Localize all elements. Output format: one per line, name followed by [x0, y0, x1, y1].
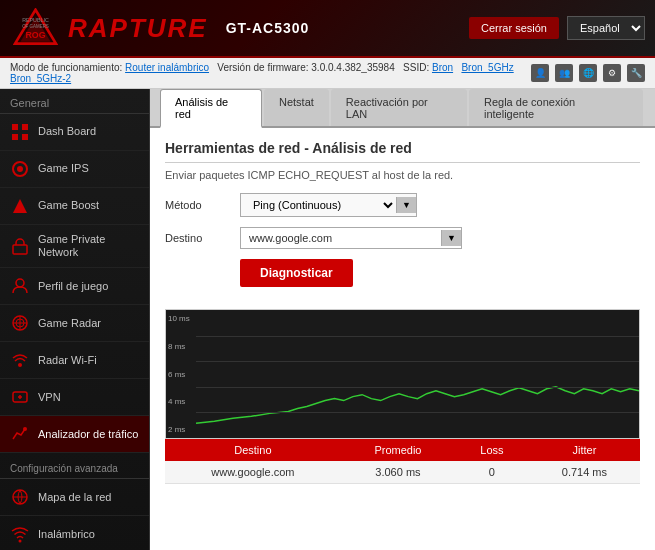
sidebar-radar-wifi-label: Radar Wi-Fi	[38, 354, 97, 367]
diagnosticar-button[interactable]: Diagnosticar	[240, 259, 353, 287]
game-ips-icon	[10, 159, 30, 179]
network-icon: 🌐	[579, 64, 597, 82]
cell-loss: 0	[455, 461, 529, 484]
status-text: Modo de funcionamiento: Router inalámbri…	[10, 62, 531, 84]
sidebar-item-vpn[interactable]: VPN	[0, 379, 149, 416]
version-label: Versión de firmware:	[217, 62, 308, 73]
vpn-icon	[10, 387, 30, 407]
sidebar-inalambrico-label: Inalámbrico	[38, 528, 95, 541]
user-icon: 👤	[531, 64, 549, 82]
gear-icon[interactable]: 🔧	[627, 64, 645, 82]
dashboard-icon	[10, 122, 30, 142]
svg-point-20	[23, 427, 27, 431]
metodo-dropdown-icon: ▼	[396, 197, 416, 213]
status-bar: Modo de funcionamiento: Router inalámbri…	[0, 58, 655, 89]
ssid3[interactable]: Bron_5GHz-2	[10, 73, 71, 84]
table-row: www.google.com 3.060 ms 0 0.714 ms	[165, 461, 640, 484]
destino-dropdown-btn[interactable]: ▼	[441, 230, 461, 246]
svg-text:ROG: ROG	[25, 30, 45, 40]
svg-point-18	[18, 363, 22, 367]
settings-icon[interactable]: ⚙	[603, 64, 621, 82]
ssid1[interactable]: Bron	[432, 62, 453, 73]
sidebar-item-analizador-trafico[interactable]: Analizador de tráfico	[0, 416, 149, 453]
y-label-8ms: 8 ms	[168, 342, 190, 351]
main-layout: General Dash Board Game IPS	[0, 89, 655, 550]
header-right: Cerrar sesión Español English	[469, 16, 645, 40]
rog-logo: ROG REPUBLIC OF GAMERS	[10, 6, 60, 51]
logo-area: ROG REPUBLIC OF GAMERS RAPTURE GT-AC5300	[10, 6, 309, 51]
game-private-network-icon	[10, 236, 30, 256]
diagnosticar-row: Diagnosticar	[240, 259, 640, 299]
model-text: GT-AC5300	[226, 20, 310, 36]
sidebar-perfil-label: Perfil de juego	[38, 280, 108, 293]
cell-promedio: 3.060 ms	[341, 461, 455, 484]
sidebar-item-game-ips[interactable]: Game IPS	[0, 151, 149, 188]
destino-label: Destino	[165, 232, 230, 244]
results-table: Destino Promedio Loss Jitter www.google.…	[165, 439, 640, 484]
svg-point-13	[16, 279, 24, 287]
map-icon	[10, 487, 30, 507]
form-row-metodo: Método Ping (Continuous) Ping Traceroute…	[165, 193, 640, 217]
sidebar-item-mapa-red[interactable]: Mapa de la red	[0, 479, 149, 516]
metodo-select[interactable]: Ping (Continuous) Ping Traceroute Nslook…	[241, 194, 396, 216]
sidebar-item-game-private-network[interactable]: Game Private Network	[0, 225, 149, 268]
sidebar-analizador-label: Analizador de tráfico	[38, 428, 138, 441]
form-row-destino: Destino ▼	[165, 227, 640, 249]
traffic-icon	[10, 424, 30, 444]
svg-rect-8	[22, 134, 28, 140]
sidebar-item-perfil-juego[interactable]: Perfil de juego	[0, 268, 149, 305]
chart-y-labels: 10 ms 8 ms 6 ms 4 ms 2 ms	[168, 310, 190, 438]
ssid2[interactable]: Bron_5GHz	[461, 62, 513, 73]
radar-icon	[10, 313, 30, 333]
tab-bar: Análisis de red Netstat Reactivación por…	[150, 89, 655, 128]
destino-input-wrap[interactable]: ▼	[240, 227, 462, 249]
cell-destino: www.google.com	[165, 461, 341, 484]
sidebar-mapa-red-label: Mapa de la red	[38, 491, 111, 504]
wifi-radar-icon	[10, 350, 30, 370]
sidebar-item-radar-wifi[interactable]: Radar Wi-Fi	[0, 342, 149, 379]
col-header-promedio: Promedio	[341, 439, 455, 461]
y-label-10ms: 10 ms	[168, 314, 190, 323]
svg-rect-6	[22, 124, 28, 130]
svg-text:REPUBLIC: REPUBLIC	[22, 17, 49, 23]
svg-rect-12	[13, 245, 27, 254]
mode-label: Modo de funcionamiento:	[10, 62, 122, 73]
svg-point-10	[17, 166, 23, 172]
content-area: Análisis de red Netstat Reactivación por…	[150, 89, 655, 550]
col-header-loss: Loss	[455, 439, 529, 461]
y-label-2ms: 2 ms	[168, 425, 190, 434]
mode-value[interactable]: Router inalámbrico	[125, 62, 209, 73]
cerrar-sesion-button[interactable]: Cerrar sesión	[469, 17, 559, 39]
tab-regla-conexion[interactable]: Regla de conexión inteligente	[469, 89, 643, 126]
wireless-icon	[10, 524, 30, 544]
sidebar-item-game-radar[interactable]: Game Radar	[0, 305, 149, 342]
header: ROG REPUBLIC OF GAMERS RAPTURE GT-AC5300…	[0, 0, 655, 58]
tab-analisis-red[interactable]: Análisis de red	[160, 89, 262, 128]
grid-line-2	[196, 361, 639, 362]
sidebar-game-boost-label: Game Boost	[38, 199, 99, 212]
sidebar-dashboard-label: Dash Board	[38, 125, 96, 138]
ping-chart: 10 ms 8 ms 6 ms 4 ms 2 ms	[165, 309, 640, 439]
page-content: Herramientas de red - Análisis de red En…	[150, 128, 655, 550]
tab-netstat[interactable]: Netstat	[264, 89, 329, 126]
sidebar-game-private-label: Game Private Network	[38, 233, 139, 259]
tab-reactivacion-lan[interactable]: Reactivación por LAN	[331, 89, 467, 126]
grid-line-3	[196, 387, 639, 388]
col-header-destino: Destino	[165, 439, 341, 461]
metodo-label: Método	[165, 199, 230, 211]
cell-jitter: 0.714 ms	[529, 461, 640, 484]
rapture-logo-text: RAPTURE	[68, 13, 208, 44]
destino-input[interactable]	[241, 228, 441, 248]
metodo-select-wrap[interactable]: Ping (Continuous) Ping Traceroute Nslook…	[240, 193, 417, 217]
sidebar-item-dashboard[interactable]: Dash Board	[0, 114, 149, 151]
sidebar-item-inalambrico[interactable]: Inalámbrico	[0, 516, 149, 550]
language-select[interactable]: Español English	[567, 16, 645, 40]
chart-svg-area	[196, 310, 639, 438]
status-icons: 👤 👥 🌐 ⚙ 🔧	[531, 64, 645, 82]
ping-line-chart	[196, 310, 639, 438]
page-description: Enviar paquetes ICMP ECHO_REQUEST al hos…	[165, 169, 640, 181]
sidebar-item-game-boost[interactable]: Game Boost	[0, 188, 149, 225]
sidebar-advanced-header: Configuración avanzada	[0, 457, 149, 479]
sidebar-general-header: General	[0, 89, 149, 114]
sidebar-game-ips-label: Game IPS	[38, 162, 89, 175]
